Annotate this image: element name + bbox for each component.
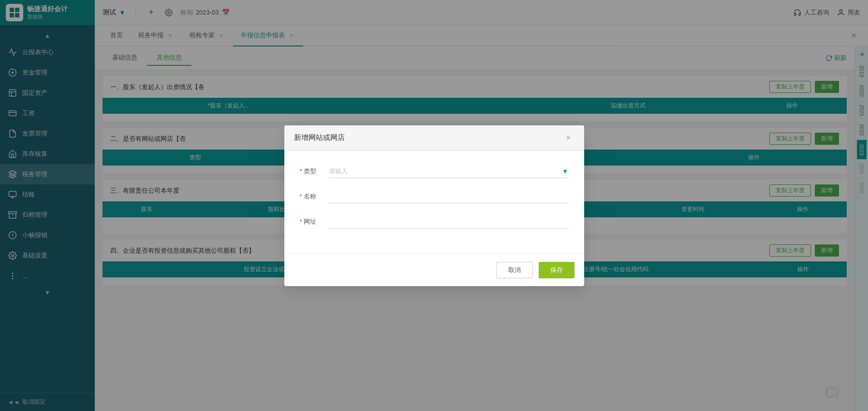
name-input-wrap	[329, 190, 569, 203]
dialog-footer: 取消 保存	[284, 254, 584, 286]
dialog-header: 新增网站或网店 ×	[284, 125, 584, 151]
dialog-body: * 类型 ▼ * 名称	[284, 151, 584, 254]
url-input[interactable]	[329, 215, 569, 228]
dialog-add-website: 新增网站或网店 × * 类型 ▼ * 名称	[284, 125, 584, 286]
name-label-text: 名称	[304, 193, 316, 200]
dialog-title: 新增网站或网店	[294, 133, 345, 142]
type-label: * 类型	[300, 167, 329, 176]
dialog-overlay[interactable]: 新增网站或网店 × * 类型 ▼ * 名称	[0, 0, 868, 411]
form-field-name: * 名称	[300, 190, 569, 203]
cancel-button[interactable]: 取消	[496, 262, 533, 278]
type-required-mark: *	[300, 167, 302, 175]
url-label-text: 网址	[304, 218, 316, 225]
type-input[interactable]	[329, 165, 569, 178]
form-field-type: * 类型 ▼	[300, 165, 569, 178]
name-label: * 名称	[300, 192, 329, 201]
form-field-url: * 网址	[300, 215, 569, 228]
save-button[interactable]: 保存	[539, 262, 574, 278]
url-label: * 网址	[300, 217, 329, 226]
url-input-wrap	[329, 215, 569, 228]
name-required-mark: *	[300, 193, 302, 200]
name-input[interactable]	[329, 190, 569, 203]
type-input-wrap: ▼	[329, 165, 569, 178]
url-required-mark: *	[300, 218, 302, 225]
dialog-close-btn[interactable]: ×	[563, 132, 574, 144]
type-label-text: 类型	[304, 167, 316, 175]
